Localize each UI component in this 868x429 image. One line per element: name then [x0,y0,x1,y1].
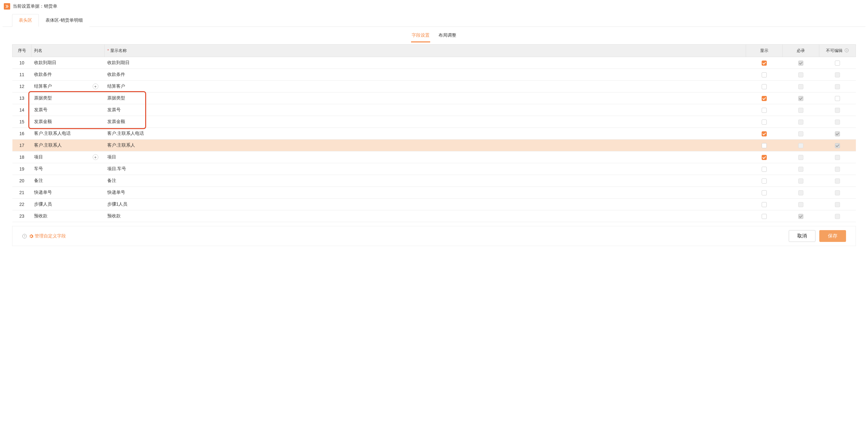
cell-required [783,69,819,81]
required-checkbox [798,131,803,136]
cell-readonly [819,175,856,187]
show-checkbox[interactable] [762,155,767,160]
cell-readonly [819,151,856,163]
required-checkbox [798,84,803,89]
show-checkbox[interactable] [762,178,767,183]
colname-text: 收款条件 [34,72,52,78]
cell-required [783,210,819,222]
manage-custom-fields-link[interactable]: 管理自定义字段 [29,233,66,239]
cell-readonly [819,140,856,151]
show-checkbox[interactable] [762,73,767,78]
cell-show [746,175,783,187]
cell-show [746,151,783,163]
cell-displayname[interactable]: 发票金额 [105,116,746,128]
show-checkbox[interactable] [762,119,767,125]
readonly-checkbox [835,202,840,207]
show-checkbox[interactable] [762,143,767,148]
chevron-right-double-icon [5,4,9,8]
required-checkbox [798,202,803,207]
cell-readonly [819,210,856,222]
subtab-0[interactable]: 字段设置 [411,31,430,42]
cell-colname: 客户.主联系人 [32,140,105,151]
cell-readonly [819,57,856,69]
colname-text: 结算客户 [34,84,52,89]
readonly-checkbox [835,131,840,136]
cell-seq: 15 [12,116,32,128]
expand-sidebar-button[interactable] [4,3,10,9]
cell-displayname[interactable]: 票据类型 [105,92,746,104]
show-checkbox[interactable] [762,108,767,113]
show-checkbox[interactable] [762,190,767,195]
cell-seq: 21 [12,187,32,199]
cell-displayname[interactable]: 客户.主联系人 [105,140,746,151]
show-checkbox[interactable] [762,84,767,89]
show-checkbox[interactable] [762,202,767,207]
save-button[interactable]: 保存 [819,230,846,242]
cell-show [746,163,783,175]
readonly-checkbox [835,119,840,125]
cell-required [783,163,819,175]
required-checkbox [798,73,803,78]
cell-displayname[interactable]: 预收款 [105,210,746,222]
colname-text: 预收款 [34,213,48,219]
cell-colname: 客户.主联系人电话 [32,128,105,140]
cell-show [746,81,783,92]
help-icon[interactable]: ? [844,48,849,53]
help-icon[interactable]: ? [22,234,27,239]
svg-text:?: ? [846,49,848,52]
required-checkbox [798,167,803,172]
colname-text: 项目 [34,154,43,160]
cell-seq: 12 [12,81,32,92]
tab-1[interactable]: 表体区-销货单明细 [39,14,90,27]
cell-displayname[interactable]: 项目 [105,151,746,163]
cell-displayname[interactable]: 收款条件 [105,69,746,81]
cell-displayname[interactable]: 备注 [105,175,746,187]
cell-required [783,187,819,199]
col-header-display: *显示名称 [105,45,746,57]
show-checkbox[interactable] [762,131,767,136]
table-row: 11收款条件收款条件 [12,69,856,81]
cell-seq: 16 [12,128,32,140]
readonly-checkbox [835,178,840,183]
colname-text: 客户.主联系人电话 [34,131,71,136]
cell-displayname[interactable]: 项目.车号 [105,163,746,175]
cancel-button[interactable]: 取消 [789,230,815,242]
cell-readonly [819,81,856,92]
cell-seq: 18 [12,151,32,163]
readonly-checkbox [835,84,840,89]
cell-displayname[interactable]: 发票号 [105,104,746,116]
add-subfield-button[interactable]: + [93,84,98,89]
cell-displayname[interactable]: 快递单号 [105,187,746,199]
show-checkbox[interactable] [762,167,767,172]
required-checkbox [798,178,803,183]
col-header-required: 必录 [783,45,819,57]
cell-displayname[interactable]: 结算客户 [105,81,746,92]
table-row: 14发票号发票号 [12,104,856,116]
tab-0[interactable]: 表头区 [12,14,39,27]
table-row: 12结算客户+结算客户 [12,81,856,92]
table-row: 22步骤人员步骤1人员 [12,199,856,210]
colname-text: 票据类型 [34,95,52,101]
cell-colname: 发票金额 [32,116,105,128]
add-subfield-button[interactable]: + [93,154,98,160]
readonly-checkbox[interactable] [835,61,840,66]
cell-show [746,140,783,151]
cell-displayname[interactable]: 步骤1人员 [105,199,746,210]
colname-text: 快递单号 [34,190,52,195]
fields-table: 序号 列名 *显示名称 显示 必录 不可编辑 ? 10收款到期日收款到期日11收… [12,44,856,222]
cell-displayname[interactable]: 客户.主联系人电话 [105,128,746,140]
show-checkbox[interactable] [762,214,767,219]
cell-show [746,92,783,104]
readonly-checkbox [835,190,840,195]
required-checkbox [798,155,803,160]
readonly-checkbox[interactable] [835,96,840,101]
subtab-1[interactable]: 布局调整 [438,31,457,42]
colname-text: 发票金额 [34,119,52,125]
required-checkbox [798,119,803,125]
col-header-seq: 序号 [12,45,32,57]
cell-displayname[interactable]: 收款到期日 [105,57,746,69]
show-checkbox[interactable] [762,61,767,66]
show-checkbox[interactable] [762,96,767,101]
required-checkbox [798,190,803,195]
cell-readonly [819,69,856,81]
